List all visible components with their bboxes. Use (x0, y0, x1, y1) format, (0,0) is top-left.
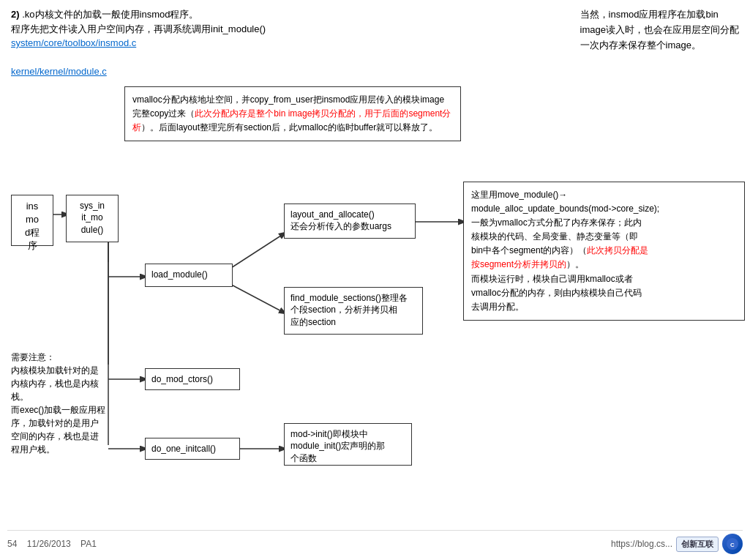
top-right-line1: 当然，insmod应用程序在加载bin (580, 9, 719, 20)
logo-icon: C (722, 534, 743, 554)
sys-init-label: sys_init_module() (80, 201, 105, 236)
layout-allocate-label: layout_and_allocate()还会分析传入的参数uargs (290, 209, 391, 232)
header-line2: 程序先把文件读入用户空间内存，再调系统调用init_module() (11, 22, 266, 37)
layout-allocate-box: layout_and_allocate()还会分析传入的参数uargs (284, 204, 416, 239)
insmod-label: insmod程序 (25, 201, 40, 252)
footer-logo-area: https://blog.cs... 创新互联 C (611, 534, 743, 554)
page-number: 54 (7, 539, 17, 549)
top-right: 当然，insmod应用程序在加载bin image读入时，也会在应用层空间分配 … (580, 7, 739, 79)
top-right-line2: image读入时，也会在应用层空间分配 (580, 24, 739, 35)
top-right-line3: 一次内存来保存整个image。 (580, 40, 701, 51)
logo-text: 创新互联 (681, 540, 713, 548)
insmod-box: insmod程序 (11, 195, 53, 246)
footer-label: PA1 (80, 539, 97, 549)
find-module-box: find_module_sections()整理各个段section，分析并拷贝… (284, 287, 423, 335)
top-section: 2) .ko内核文件的加载一般使用insmod程序。 程序先把文件读入用户空间内… (11, 7, 739, 79)
mod-init-box: mod->init()即模块中module_init()宏声明的那个函数 (284, 423, 412, 466)
link-insmod[interactable]: system/core/toolbox/insmod.c (11, 37, 136, 48)
do-one-initcall-box: do_one_initcall() (145, 438, 240, 460)
find-module-label: find_module_sections()整理各个段section，分析并拷贝… (290, 293, 408, 328)
footer-date: 11/26/2013 (27, 539, 71, 549)
do-mod-ctors-label: do_mod_ctors() (151, 374, 213, 384)
header-line1: 2) .ko内核文件的加载一般使用insmod程序。 (11, 7, 266, 22)
do-one-initcall-label: do_one_initcall() (151, 444, 216, 454)
bottom-note: 需要注意： 内核模块加载针对的是 内核内存，栈也是内核 栈。 而exec()加载… (11, 351, 105, 456)
load-module-label: load_module() (151, 269, 208, 280)
mod-init-label: mod->init()即模块中module_init()宏声明的那个函数 (290, 429, 385, 464)
bottom-note-text: 需要注意： 内核模块加载针对的是 内核内存，栈也是内核 栈。 而exec()加载… (11, 352, 105, 455)
top-note-box: vmalloc分配内核地址空间，并copy_from_user把insmod应用… (124, 86, 461, 142)
do-mod-ctors-box: do_mod_ctors() (145, 368, 240, 390)
diagram-area: vmalloc分配内核地址空间，并copy_from_user把insmod应用… (11, 86, 739, 496)
footer: 54 11/26/2013 PA1 https://blog.cs... 创新互… (7, 530, 743, 554)
link-module[interactable]: kernel/kernel/module.c (11, 66, 107, 77)
svg-text:C: C (730, 542, 735, 548)
footer-url: https://blog.cs... (611, 539, 672, 549)
footer-left: 54 11/26/2013 PA1 (7, 539, 97, 549)
sys-init-module-box: sys_init_module() (66, 195, 119, 242)
page: 2) .ko内核文件的加载一般使用insmod程序。 程序先把文件读入用户空间内… (0, 0, 750, 560)
load-module-box: load_module() (145, 264, 233, 287)
top-left: 2) .ko内核文件的加载一般使用insmod程序。 程序先把文件读入用户空间内… (11, 7, 266, 79)
logo-box: 创新互联 (676, 537, 719, 552)
header-title1: .ko内核文件的加载一般使用insmod程序。 (22, 9, 198, 20)
right-note-box: 这里用move_module()→ module_alloc_update_bo… (463, 182, 745, 321)
section-number: 2) (11, 9, 20, 20)
top-note-text2: ）。后面layout整理完所有section后，此vmalloc的临时buffe… (141, 122, 438, 132)
